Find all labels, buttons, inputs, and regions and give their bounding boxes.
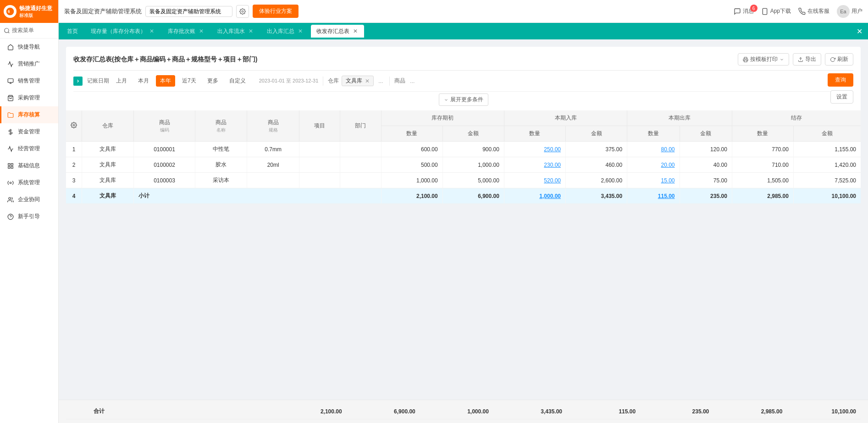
date-btn-this-year[interactable]: 本年 bbox=[156, 75, 175, 87]
tab-batch-ledger-close[interactable]: ✕ bbox=[198, 28, 205, 34]
row-opening-qty: 500.00 bbox=[381, 157, 442, 173]
row-warehouse: 文具库 bbox=[82, 157, 134, 173]
goods-dots[interactable]: ... bbox=[408, 77, 416, 85]
tab-receive-summary[interactable]: 收发存汇总表 ✕ bbox=[311, 25, 364, 38]
total-empty-project bbox=[218, 404, 246, 419]
date-btn-more[interactable]: 更多 bbox=[203, 75, 222, 87]
subtotal-out-qty[interactable]: 115.00 bbox=[627, 188, 680, 204]
warehouse-dots[interactable]: ... bbox=[376, 77, 385, 85]
search-menu-item[interactable]: 搜索菜单 bbox=[0, 23, 58, 38]
subtotal-in-qty[interactable]: 1,000.00 bbox=[504, 188, 565, 204]
tab-inout-summary[interactable]: 出入库汇总 ✕ bbox=[261, 25, 309, 38]
total-in-qty: 1,000.00 bbox=[420, 404, 493, 419]
tab-batch-ledger[interactable]: 库存批次账 ✕ bbox=[162, 25, 210, 38]
finance-icon bbox=[7, 128, 14, 136]
sidebar-item-finance[interactable]: 资金管理 bbox=[0, 123, 58, 140]
subtotal-balance-amt: 10,100.00 bbox=[793, 188, 861, 204]
warehouse-value: 文具库 bbox=[346, 77, 362, 85]
newbie-icon bbox=[7, 213, 14, 220]
message-action[interactable]: 消息 6 bbox=[734, 7, 754, 15]
refresh-button[interactable]: 刷新 bbox=[825, 53, 853, 66]
date-btn-this-month[interactable]: 本月 bbox=[134, 75, 153, 87]
tab-home[interactable]: 首页 bbox=[61, 25, 83, 38]
date-btn-last-month[interactable]: 上月 bbox=[112, 75, 131, 87]
tab-home-label: 首页 bbox=[67, 27, 78, 35]
sidebar-item-operations[interactable]: 经营管理 bbox=[0, 140, 58, 157]
system-icon bbox=[7, 179, 14, 187]
row-opening-amt: 5,000.00 bbox=[442, 173, 504, 188]
tab-inout-summary-close[interactable]: ✕ bbox=[297, 28, 304, 34]
row-in-qty[interactable]: 250.00 bbox=[504, 142, 565, 157]
total-balance-amt: 10,100.00 bbox=[787, 404, 861, 419]
table-row: 2 文具库 0100002 胶水 20ml 500.00 1,000.00 23… bbox=[66, 157, 861, 173]
row-in-qty[interactable]: 230.00 bbox=[504, 157, 565, 173]
expand-label: 展开更多条件 bbox=[450, 96, 483, 104]
refresh-label: 刷新 bbox=[837, 55, 848, 63]
total-in-amt: 3,435.00 bbox=[493, 404, 567, 419]
sidebar-item-basic[interactable]: 基础信息 bbox=[0, 157, 58, 174]
online-service-action[interactable]: 在线客服 bbox=[798, 7, 829, 15]
expand-conditions-button[interactable]: 展开更多条件 bbox=[439, 93, 488, 106]
search-label: 搜索菜单 bbox=[12, 27, 34, 34]
system-selector[interactable]: 装备及固定资产辅助管理系统 bbox=[145, 6, 232, 17]
tab-receive-summary-close[interactable]: ✕ bbox=[352, 28, 359, 34]
column-settings-icon[interactable] bbox=[71, 122, 77, 128]
tab-inventory-dist[interactable]: 现存量（库存分布表） ✕ bbox=[85, 25, 160, 38]
operations-label: 经营管理 bbox=[18, 145, 40, 153]
nav-icon bbox=[7, 44, 14, 51]
enterprise-icon bbox=[7, 196, 14, 203]
row-department bbox=[340, 142, 381, 157]
total-empty-name bbox=[154, 404, 191, 419]
warehouse-filter-tag[interactable]: 文具库 ✕ bbox=[342, 76, 374, 86]
th-settings[interactable] bbox=[66, 110, 82, 142]
th-in-amt: 金额 bbox=[566, 126, 627, 142]
date-btn-7days[interactable]: 近7天 bbox=[178, 75, 200, 87]
app-download-action[interactable]: App下载 bbox=[761, 7, 791, 15]
tab-inout-flow[interactable]: 出入库流水 ✕ bbox=[212, 25, 260, 38]
row-in-qty[interactable]: 520.00 bbox=[504, 173, 565, 188]
tab-inout-flow-close[interactable]: ✕ bbox=[248, 28, 254, 34]
row-out-qty[interactable]: 20.00 bbox=[627, 157, 680, 173]
row-out-qty[interactable]: 80.00 bbox=[627, 142, 680, 157]
set-button[interactable]: 设置 bbox=[830, 90, 853, 104]
filter-expand-arrow[interactable] bbox=[73, 77, 83, 86]
user-action[interactable]: Ea 用户 bbox=[837, 5, 862, 18]
sidebar-item-quick-nav[interactable]: 快捷导航 bbox=[0, 38, 58, 55]
svg-rect-6 bbox=[8, 163, 10, 165]
sidebar-item-purchase[interactable]: 采购管理 bbox=[0, 89, 58, 106]
th-opening-group: 库存期初 bbox=[381, 110, 504, 126]
row-out-qty[interactable]: 15.00 bbox=[627, 173, 680, 188]
subtotal-num: 4 bbox=[66, 188, 82, 204]
total-empty-spec bbox=[191, 404, 218, 419]
tab-bar-close[interactable]: ✕ bbox=[853, 27, 866, 36]
sidebar-item-enterprise[interactable]: 企业协同 bbox=[0, 191, 58, 208]
sidebar-item-marketing[interactable]: 营销推广 bbox=[0, 55, 58, 72]
sidebar-item-system[interactable]: 系统管理 bbox=[0, 174, 58, 191]
operations-icon bbox=[7, 145, 14, 153]
query-button[interactable]: 查询 bbox=[828, 73, 853, 87]
warehouse-remove[interactable]: ✕ bbox=[365, 78, 370, 84]
sidebar-item-newbie[interactable]: 新手引导 bbox=[0, 208, 58, 225]
sales-label: 销售管理 bbox=[18, 77, 40, 85]
message-icon bbox=[734, 8, 741, 15]
tab-inventory-dist-close[interactable]: ✕ bbox=[149, 28, 155, 34]
export-button[interactable]: 导出 bbox=[793, 53, 821, 66]
row-opening-qty: 600.00 bbox=[381, 142, 442, 157]
th-warehouse: 仓库 bbox=[82, 110, 134, 142]
sidebar-item-inventory[interactable]: 库存核算 bbox=[0, 106, 58, 123]
row-balance-qty: 1,505.00 bbox=[732, 173, 793, 188]
svg-point-11 bbox=[9, 197, 11, 199]
row-goods-spec: 20ml bbox=[247, 157, 299, 173]
settings-button[interactable] bbox=[236, 5, 249, 18]
experience-button[interactable]: 体验行业方案 bbox=[253, 5, 299, 18]
date-btn-custom[interactable]: 自定义 bbox=[225, 75, 250, 87]
print-button[interactable]: 按模板打印 bbox=[738, 53, 789, 66]
sidebar-item-sales[interactable]: 销售管理 bbox=[0, 72, 58, 89]
th-out-amt: 金额 bbox=[680, 126, 732, 142]
main-content: 收发存汇总表(按仓库＋商品编码＋商品＋规格型号＋项目＋部门) 按模板打印 导出 … bbox=[59, 39, 868, 349]
user-label: 用户 bbox=[851, 7, 862, 15]
row-goods-name: 中性笔 bbox=[195, 142, 247, 157]
th-in-group: 本期入库 bbox=[504, 110, 627, 126]
row-num: 3 bbox=[66, 173, 82, 188]
th-goods-spec: 商品规格 bbox=[247, 110, 299, 142]
